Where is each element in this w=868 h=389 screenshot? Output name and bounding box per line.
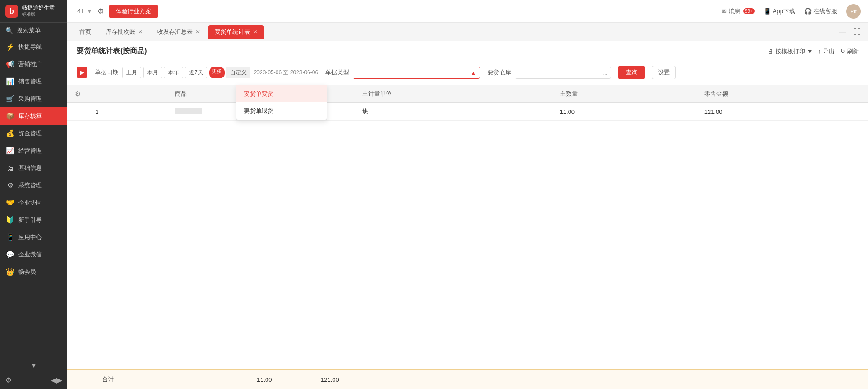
filter-date-this-month[interactable]: 本月 (143, 67, 162, 78)
marketing-icon: 📢 (5, 60, 15, 68)
page: 要货单统计表(按商品) 🖨 按模板打印 ▼ ↑ 导出 ↻ 刷新 ▶ (67, 41, 868, 389)
footer-amount: 121.00 (321, 376, 357, 383)
filter-date-range: 2023-05-06 至 2023-06-06 (254, 69, 318, 77)
purchase-icon: 🛒 (5, 95, 15, 103)
tab-home[interactable]: 首页 (73, 25, 98, 39)
sidebar-item-wechat[interactable]: 💬 企业微信 (0, 246, 67, 263)
page-header: 要货单统计表(按商品) 🖨 按模板打印 ▼ ↑ 导出 ↻ 刷新 (67, 41, 868, 60)
main-content: 41 ▼ ⚙ 体验行业方案 ✉ 消息 99+ 📱 App下载 🎧 在线客服 Ri… (67, 0, 868, 389)
messages-action[interactable]: ✉ 消息 99+ (722, 7, 755, 15)
tabs-actions: — ⛶ (837, 26, 863, 38)
sidebar-logo: b 畅捷通好生意 标准版 (0, 0, 67, 23)
sidebar-item-member[interactable]: 👑 畅会员 (0, 263, 67, 281)
wechat-icon: 💬 (5, 251, 15, 259)
filter-date-buttons: 上月 本月 本年 近7天 更多 自定义 (122, 67, 250, 78)
tab-close-receivable-summary[interactable]: ✕ (195, 29, 200, 35)
row-settings-cell (67, 103, 88, 121)
sidebar-item-enterprise[interactable]: 🤝 企业协同 (0, 194, 67, 211)
filter-date-group: 单据日期 上月 本月 本年 近7天 更多 自定义 2023-05-06 至 20… (95, 67, 318, 78)
tab-minimize-icon[interactable]: — (837, 26, 848, 38)
filter-bar: ▶ 单据日期 上月 本月 本年 近7天 更多 自定义 2023-05-06 至 … (67, 60, 868, 85)
table-header-settings: ⚙ (67, 85, 88, 103)
sidebar-item-finance[interactable]: 💰 资金管理 (0, 125, 67, 142)
tab-receivable-summary[interactable]: 收发存汇总表 ✕ (151, 25, 206, 39)
filter-warehouse-group: 要货仓库 … (488, 67, 611, 79)
sidebar-item-marketing[interactable]: 📢 营销推广 (0, 56, 67, 73)
filter-date-custom[interactable]: 自定义 (226, 67, 250, 78)
store-dropdown-arrow: ▼ (87, 8, 92, 15)
search-icon: 🔍 (5, 27, 13, 34)
filter-warehouse-dots[interactable]: … (599, 69, 611, 76)
trial-button[interactable]: 体验行业方案 (109, 5, 158, 18)
sidebar-nav: ⚡ 快捷导航 📢 营销推广 📊 销售管理 🛒 采购管理 📦 库存核算 💰 资金管… (0, 38, 67, 360)
table-row: 1 块 11.00 121.00 (67, 103, 868, 121)
sidebar-item-apps[interactable]: 📱 应用中心 (0, 229, 67, 246)
finance-icon: 💰 (5, 129, 15, 138)
row-num: 1 (88, 103, 168, 121)
tab-close-order-stats[interactable]: ✕ (253, 29, 257, 35)
filter-date-this-year[interactable]: 本年 (164, 67, 183, 78)
sidebar-item-system[interactable]: ⚙ 系统管理 (0, 177, 67, 194)
print-template-action[interactable]: 🖨 按模板打印 ▼ (768, 47, 813, 56)
refresh-icon: ↻ (840, 48, 845, 55)
row-unit: 块 (355, 103, 552, 121)
tab-expand-icon[interactable]: ⛶ (852, 26, 863, 38)
table-settings-icon[interactable]: ⚙ (75, 90, 81, 97)
operations-icon: 📈 (5, 147, 15, 155)
tab-order-stats[interactable]: 要货单统计表 ✕ (208, 25, 264, 39)
data-table: ⚙ 商品 主计量单位 主数量 零售金额 1 (67, 85, 868, 121)
sidebar-search[interactable]: 🔍 搜索菜单 (0, 23, 67, 38)
footer-label: 合计 (75, 375, 257, 384)
filter-date-last-month[interactable]: 上月 (122, 67, 141, 78)
sidebar-item-inventory[interactable]: 📦 库存核算 (0, 107, 67, 125)
filter-settings-button[interactable]: 设置 (652, 66, 676, 79)
sidebar-item-quick-nav[interactable]: ⚡ 快捷导航 (0, 38, 67, 56)
collapse-icon[interactable]: ◀▶ (51, 376, 62, 384)
filter-type-arrow[interactable]: ▲ (467, 69, 480, 76)
dropdown-item-order-order[interactable]: 要货单要货 (236, 85, 327, 102)
sidebar-item-guide[interactable]: 🔰 新手引导 (0, 211, 67, 229)
filter-warehouse-input[interactable] (515, 67, 599, 78)
table-footer: 合计 11.00 121.00 (67, 369, 868, 389)
sidebar-item-sales[interactable]: 📊 销售管理 (0, 73, 67, 90)
sidebar-item-purchase[interactable]: 🛒 采购管理 (0, 90, 67, 107)
sales-icon: 📊 (5, 77, 15, 86)
tab-close-inventory-batch[interactable]: ✕ (138, 29, 143, 35)
tab-inventory-batch[interactable]: 库存批次账 ✕ (99, 25, 149, 39)
sidebar-item-basics[interactable]: 🗂 基础信息 (0, 159, 67, 177)
service-action[interactable]: 🎧 在线客服 (804, 7, 837, 15)
apps-icon: 📱 (5, 233, 15, 241)
app-download-action[interactable]: 📱 App下载 (764, 7, 795, 15)
filter-expand-button[interactable]: ▶ (77, 67, 87, 78)
topbar-right: ✉ 消息 99+ 📱 App下载 🎧 在线客服 Rit (722, 4, 861, 19)
sidebar: b 畅捷通好生意 标准版 🔍 搜索菜单 ⚡ 快捷导航 📢 营销推广 📊 销售管理… (0, 0, 67, 389)
filter-date-7days[interactable]: 近7天 (185, 67, 207, 78)
store-selector[interactable]: 41 ▼ (75, 8, 92, 15)
filter-type-select-wrapper: ▲ (353, 67, 480, 79)
print-dropdown-arrow: ▼ (807, 48, 813, 55)
dropdown-item-order-return[interactable]: 要货单退货 (236, 102, 327, 120)
avatar[interactable]: Rit (846, 4, 861, 19)
member-icon: 👑 (5, 268, 15, 276)
table-header-amount: 零售金额 (697, 85, 868, 103)
table-header-num (88, 85, 168, 103)
app-icon: 📱 (764, 8, 771, 15)
filter-type-group: 单据类型 ▲ (325, 67, 480, 79)
export-icon: ↑ (818, 48, 822, 55)
filter-type-input[interactable] (353, 67, 467, 78)
refresh-action[interactable]: ↻ 刷新 (840, 47, 859, 56)
table-header-row: ⚙ 商品 主计量单位 主数量 零售金额 (67, 85, 868, 103)
sidebar-scroll-down[interactable]: ▼ (0, 360, 67, 371)
basics-icon: 🗂 (5, 164, 15, 172)
inventory-icon: 📦 (5, 112, 15, 120)
topbar-settings-icon[interactable]: ⚙ (98, 7, 104, 15)
sidebar-item-operations[interactable]: 📈 经营管理 (0, 142, 67, 159)
filter-date-more-badge[interactable]: 更多 (209, 67, 225, 78)
topbar-left: 41 ▼ ⚙ 体验行业方案 (75, 5, 158, 18)
filter-query-button[interactable]: 查询 (618, 66, 645, 79)
settings-icon[interactable]: ⚙ (5, 376, 12, 384)
type-dropdown: 要货单要货 要货单退货 (236, 85, 327, 120)
export-action[interactable]: ↑ 导出 (818, 47, 835, 56)
quick-nav-icon: ⚡ (5, 43, 15, 51)
guide-icon: 🔰 (5, 216, 15, 224)
